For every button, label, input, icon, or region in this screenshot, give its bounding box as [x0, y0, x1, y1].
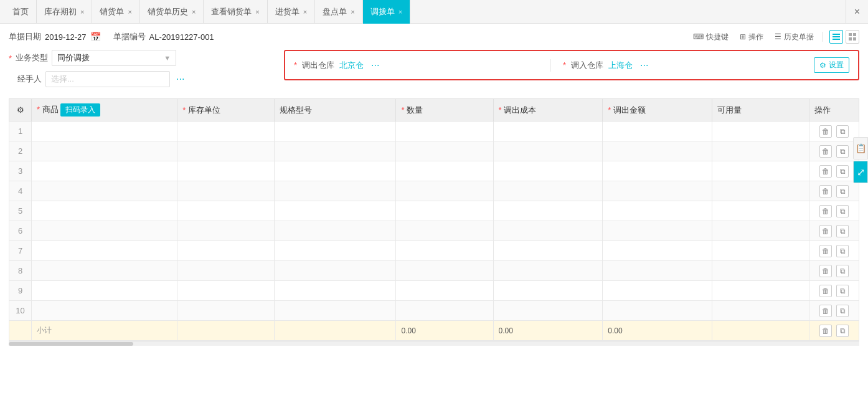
spec-cell[interactable] [275, 221, 396, 241]
close-tab-sales-order[interactable]: × [128, 8, 131, 16]
product-cell[interactable] [32, 201, 177, 221]
delete-row-icon[interactable]: 🗑 [819, 165, 832, 178]
history-btn[interactable]: ☰ 历史单据 [772, 31, 816, 44]
delete-row-icon[interactable]: 🗑 [819, 205, 832, 217]
close-tab-sales-history[interactable]: × [192, 8, 196, 16]
settings-button[interactable]: ⚙ 设置 [814, 57, 849, 73]
product-cell[interactable] [32, 281, 177, 301]
avail-cell[interactable] [712, 241, 809, 261]
close-tab-inventory-init[interactable]: × [80, 8, 84, 16]
amount-cell[interactable] [603, 121, 712, 141]
amount-cell[interactable] [603, 161, 712, 181]
tab-stocktake[interactable]: 盘点单 × [315, 0, 362, 24]
view-toggle-grid[interactable] [846, 30, 859, 44]
copy-row-icon[interactable]: ⧉ [836, 125, 849, 138]
copy-row-icon[interactable]: ⧉ [836, 265, 849, 277]
close-tab-view-sales[interactable]: × [255, 8, 259, 16]
unit-cell[interactable] [177, 281, 275, 301]
copy-row-icon[interactable]: ⧉ [836, 245, 849, 257]
product-cell[interactable] [32, 221, 177, 241]
business-type-select[interactable]: 同价调拨 ▼ [52, 50, 176, 66]
amount-cell[interactable] [603, 201, 712, 221]
unit-cell[interactable] [177, 221, 275, 241]
spec-cell[interactable] [275, 201, 396, 221]
cost-cell[interactable] [493, 221, 603, 241]
spec-cell[interactable] [275, 161, 396, 181]
calendar-icon[interactable]: 📅 [90, 32, 101, 42]
delete-icon[interactable]: 🗑 [819, 325, 832, 337]
copy-row-icon[interactable]: ⧉ [836, 285, 849, 297]
product-cell[interactable] [32, 181, 177, 201]
view-toggle-list[interactable] [829, 30, 843, 44]
avail-cell[interactable] [712, 281, 809, 301]
spec-cell[interactable] [275, 281, 396, 301]
amount-cell[interactable] [603, 261, 712, 281]
close-tab-stocktake[interactable]: × [351, 8, 354, 16]
spec-cell[interactable] [275, 181, 396, 201]
shortcuts-btn[interactable]: ⌨ 快捷键 [691, 31, 731, 44]
unit-cell[interactable] [177, 301, 275, 321]
copy-icon[interactable]: ⧉ [836, 325, 849, 337]
delete-row-icon[interactable]: 🗑 [819, 145, 832, 158]
window-close-button[interactable]: × [846, 0, 868, 24]
avail-cell[interactable] [712, 141, 809, 161]
cost-cell[interactable] [493, 281, 603, 301]
avail-cell[interactable] [712, 181, 809, 201]
cost-cell[interactable] [493, 201, 603, 221]
delete-row-icon[interactable]: 🗑 [819, 185, 832, 198]
qty-cell[interactable] [396, 121, 493, 141]
unit-cell[interactable] [177, 141, 275, 161]
unit-cell[interactable] [177, 241, 275, 261]
cost-cell[interactable] [493, 261, 603, 281]
amount-cell[interactable] [603, 181, 712, 201]
qty-cell[interactable] [396, 201, 493, 221]
amount-cell[interactable] [603, 281, 712, 301]
delete-row-icon[interactable]: 🗑 [819, 125, 832, 138]
unit-cell[interactable] [177, 121, 275, 141]
tab-sales-history[interactable]: 销货单历史 × [140, 0, 204, 24]
handler-more-btn[interactable]: ··· [176, 74, 184, 85]
qty-cell[interactable] [396, 281, 493, 301]
qty-cell[interactable] [396, 301, 493, 321]
col-gear-header[interactable]: ⚙ [9, 99, 32, 121]
amount-cell[interactable] [603, 221, 712, 241]
product-cell[interactable] [32, 241, 177, 261]
delete-row-icon[interactable]: 🗑 [819, 265, 832, 277]
avail-cell[interactable] [712, 201, 809, 221]
handler-input[interactable]: 选择... [45, 71, 170, 87]
scroll-thumb[interactable] [9, 342, 133, 346]
transfer-out-more-btn[interactable]: ··· [371, 60, 379, 71]
scan-button[interactable]: 扫码录入 [60, 103, 100, 117]
qty-cell[interactable] [396, 141, 493, 161]
delete-row-icon[interactable]: 🗑 [819, 245, 832, 257]
qty-cell[interactable] [396, 181, 493, 201]
cost-cell[interactable] [493, 141, 603, 161]
amount-cell[interactable] [603, 141, 712, 161]
copy-row-icon[interactable]: ⧉ [836, 305, 849, 317]
horizontal-scrollbar[interactable] [9, 341, 859, 346]
cost-cell[interactable] [493, 161, 603, 181]
close-tab-purchase[interactable]: × [303, 8, 307, 16]
transfer-in-more-btn[interactable]: ··· [640, 60, 648, 71]
qty-cell[interactable] [396, 241, 493, 261]
unit-cell[interactable] [177, 181, 275, 201]
spec-cell[interactable] [275, 141, 396, 161]
delete-row-icon[interactable]: 🗑 [819, 305, 832, 317]
close-tab-transfer[interactable]: × [399, 8, 402, 16]
operations-btn[interactable]: ⊞ 操作 [737, 31, 766, 44]
cost-cell[interactable] [493, 121, 603, 141]
tab-inventory-init[interactable]: 库存期初 × [37, 0, 92, 24]
avail-cell[interactable] [712, 161, 809, 181]
copy-row-icon[interactable]: ⧉ [836, 165, 849, 178]
qty-cell[interactable] [396, 221, 493, 241]
tab-purchase[interactable]: 进货单 × [268, 0, 315, 24]
spec-cell[interactable] [275, 261, 396, 281]
amount-cell[interactable] [603, 301, 712, 321]
copy-row-icon[interactable]: ⧉ [836, 185, 849, 198]
product-cell[interactable] [32, 141, 177, 161]
amount-cell[interactable] [603, 241, 712, 261]
cost-cell[interactable] [493, 181, 603, 201]
avail-cell[interactable] [712, 121, 809, 141]
copy-row-icon[interactable]: ⧉ [836, 205, 849, 217]
delete-row-icon[interactable]: 🗑 [819, 285, 832, 297]
